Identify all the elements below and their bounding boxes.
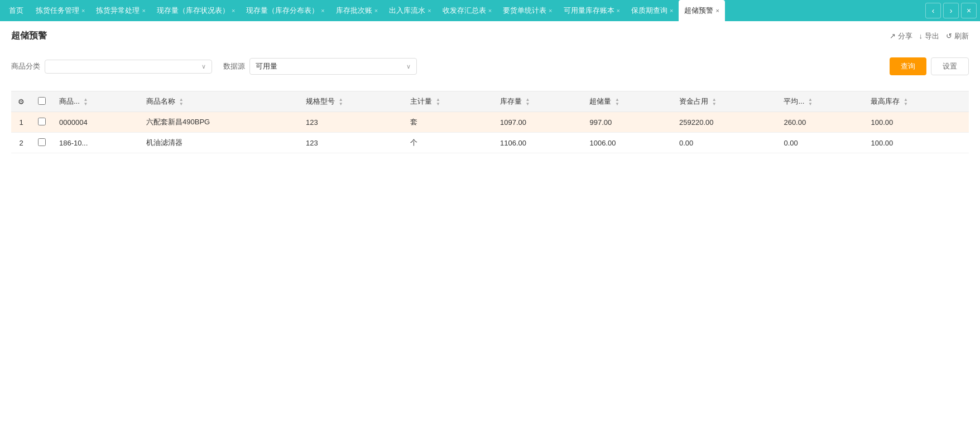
settings-button[interactable]: 设置 — [931, 57, 969, 75]
sort-capital-usage-icon: ▲ ▼ — [712, 98, 717, 106]
sort-product-name-icon: ▲ ▼ — [179, 98, 184, 106]
table-header-row: ⚙ 商品... ▲ ▼ 商品名称 ▲ ▼ — [11, 91, 969, 112]
header-actions: ↗ 分享 ↓ 导出 ↺ 刷新 — [890, 31, 969, 41]
column-stock-qty[interactable]: 库存量 ▲ ▼ — [493, 91, 583, 112]
tab-4[interactable]: 现存量（库存分布表） × — [241, 0, 330, 21]
table-row: 2 186-10... 机油滤清器 123 个 1106.00 1006.00 … — [11, 133, 969, 153]
close-tab-7-icon[interactable]: × — [488, 7, 492, 14]
export-button[interactable]: ↓ 导出 — [919, 31, 940, 41]
table-row: 1 0000004 六配套新昌490BPG 123 套 1097.00 997.… — [11, 112, 969, 133]
tab-3[interactable]: 现存量（库存状况表） × — [151, 0, 241, 21]
cell-spec-0: 123 — [299, 112, 403, 133]
column-checkbox — [31, 91, 52, 112]
column-product-code[interactable]: 商品... ▲ ▼ — [52, 91, 140, 112]
column-max-stock[interactable]: 最高库存 ▲ ▼ — [864, 91, 969, 112]
select-all-checkbox[interactable] — [38, 97, 46, 105]
row-num-0: 1 — [11, 112, 31, 133]
column-unit[interactable]: 主计量 ▲ ▼ — [403, 91, 493, 112]
cell-stock-qty-0: 1097.00 — [493, 112, 583, 133]
row-num-1: 2 — [11, 133, 31, 153]
category-filter: 商品分类 ∨ — [11, 60, 212, 74]
filter-actions: 查询 设置 — [890, 57, 969, 75]
column-spec[interactable]: 规格型号 ▲ ▼ — [299, 91, 403, 112]
close-tab-9-icon[interactable]: × — [617, 7, 620, 14]
cell-spec-1: 123 — [299, 133, 403, 153]
tab-1[interactable]: 拣货任务管理 × — [30, 0, 90, 21]
column-avg[interactable]: 平均... ▲ ▼ — [777, 91, 864, 112]
cell-over-qty-1: 1006.00 — [583, 133, 672, 153]
cell-unit-1: 个 — [403, 133, 493, 153]
nav-arrows: ‹ › × — [924, 3, 978, 18]
row-checkbox-0[interactable] — [38, 118, 46, 125]
tab-5[interactable]: 库存批次账 × — [330, 0, 383, 21]
export-icon: ↓ — [919, 32, 923, 40]
nav-close-button[interactable]: × — [961, 3, 977, 18]
category-chevron-icon: ∨ — [201, 63, 206, 70]
page-title: 超储预警 — [11, 30, 47, 42]
tab-8[interactable]: 要货单统计表 × — [497, 0, 558, 21]
data-table: ⚙ 商品... ▲ ▼ 商品名称 ▲ ▼ — [11, 91, 969, 153]
datasource-label: 数据源 — [223, 61, 245, 71]
close-tab-2-icon[interactable]: × — [142, 7, 145, 14]
cell-max-stock-1: 100.00 — [864, 133, 969, 153]
filter-row: 商品分类 ∨ 数据源 可用量 ∨ 查询 设置 — [11, 51, 969, 82]
close-tab-11-icon[interactable]: × — [715, 7, 719, 14]
cell-capital-usage-1: 0.00 — [672, 133, 777, 153]
cell-product-code-1: 186-10... — [52, 133, 140, 153]
datasource-filter: 数据源 可用量 ∨ — [223, 58, 417, 75]
share-icon: ↗ — [890, 32, 896, 40]
settings-gear-icon: ⚙ — [18, 98, 25, 106]
nav-home[interactable]: 首页 — [2, 0, 30, 21]
share-button[interactable]: ↗ 分享 — [890, 31, 912, 41]
sort-over-qty-icon: ▲ ▼ — [615, 98, 619, 106]
nav-prev-button[interactable]: ‹ — [925, 3, 941, 18]
close-tab-5-icon[interactable]: × — [374, 7, 378, 14]
datasource-select-value: 可用量 — [256, 61, 277, 71]
sort-spec-icon: ▲ ▼ — [339, 98, 343, 106]
cell-avg-1: 0.00 — [777, 133, 864, 153]
cell-avg-0: 260.00 — [777, 112, 864, 133]
sort-stock-qty-icon: ▲ ▼ — [526, 98, 530, 106]
tab-10[interactable]: 保质期查询 × — [626, 0, 679, 21]
sort-unit-icon: ▲ ▼ — [436, 98, 440, 106]
refresh-icon: ↺ — [946, 32, 952, 40]
nav-next-button[interactable]: › — [943, 3, 959, 18]
refresh-button[interactable]: ↺ 刷新 — [946, 31, 969, 41]
row-checkbox-cell-1 — [31, 133, 52, 153]
close-tab-8-icon[interactable]: × — [549, 7, 552, 14]
close-tab-1-icon[interactable]: × — [81, 7, 85, 14]
column-over-qty[interactable]: 超储量 ▲ ▼ — [583, 91, 672, 112]
close-tab-4-icon[interactable]: × — [321, 7, 324, 14]
row-checkbox-cell-0 — [31, 112, 52, 133]
tab-7[interactable]: 收发存汇总表 × — [437, 0, 497, 21]
cell-product-name-1: 机油滤清器 — [140, 133, 299, 153]
tab-2[interactable]: 拣货异常处理 × — [90, 0, 151, 21]
category-label: 商品分类 — [11, 61, 40, 71]
cell-unit-0: 套 — [403, 112, 493, 133]
query-button[interactable]: 查询 — [890, 57, 926, 75]
category-select[interactable]: ∨ — [45, 60, 212, 74]
sort-max-stock-icon: ▲ ▼ — [904, 98, 908, 106]
cell-product-name-0: 六配套新昌490BPG — [140, 112, 299, 133]
tab-6[interactable]: 出入库流水 × — [383, 0, 436, 21]
close-tab-10-icon[interactable]: × — [670, 7, 673, 14]
tab-9[interactable]: 可用量库存账本 × — [558, 0, 626, 21]
datasource-chevron-icon: ∨ — [406, 63, 411, 70]
column-capital-usage[interactable]: 资金占用 ▲ ▼ — [672, 91, 777, 112]
close-tab-3-icon[interactable]: × — [232, 7, 235, 14]
close-tab-6-icon[interactable]: × — [427, 7, 431, 14]
sort-product-code-icon: ▲ ▼ — [83, 98, 88, 106]
cell-stock-qty-1: 1106.00 — [493, 133, 583, 153]
table-body: 1 0000004 六配套新昌490BPG 123 套 1097.00 997.… — [11, 112, 969, 153]
main-content: 超储预警 ↗ 分享 ↓ 导出 ↺ 刷新 商品分类 ∨ 数据源 — [0, 21, 980, 446]
column-product-name[interactable]: 商品名称 ▲ ▼ — [140, 91, 299, 112]
page-header: 超储预警 ↗ 分享 ↓ 导出 ↺ 刷新 — [11, 30, 969, 42]
datasource-select[interactable]: 可用量 ∨ — [249, 58, 417, 75]
column-settings[interactable]: ⚙ — [11, 91, 31, 112]
row-checkbox-1[interactable] — [38, 138, 46, 146]
sort-avg-icon: ▲ ▼ — [808, 98, 813, 106]
cell-capital-usage-0: 259220.00 — [672, 112, 777, 133]
cell-product-code-0: 0000004 — [52, 112, 140, 133]
tab-11[interactable]: 超储预警 × — [679, 0, 724, 21]
cell-over-qty-0: 997.00 — [583, 112, 672, 133]
